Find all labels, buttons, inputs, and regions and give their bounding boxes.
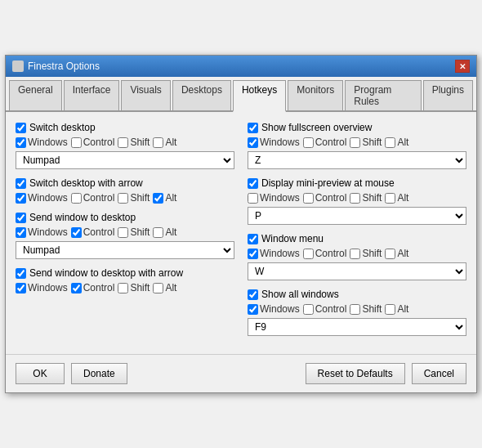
dropdown-mp[interactable]: P M: [248, 207, 466, 225]
checkbox-switch-desktop-windows[interactable]: [16, 137, 26, 148]
dropdown-saw[interactable]: F9 F8 F10: [248, 318, 466, 336]
modifier-alt-text7: Alt: [397, 248, 408, 259]
left-column: Switch desktop Windows Control: [16, 122, 234, 344]
checkbox-sda-alt[interactable]: [153, 193, 163, 204]
checkbox-saw-shift[interactable]: [350, 304, 360, 315]
modifier-alt-text: Alt: [165, 137, 176, 148]
dropdown-swd[interactable]: Numpad Arrow: [16, 241, 234, 259]
checkbox-wm-enable[interactable]: [248, 234, 258, 244]
modifier-alt-text6: Alt: [397, 192, 408, 204]
label-send-window-desktop: Send window to desktop: [29, 212, 136, 223]
modifier-shift-label7: Shift: [350, 248, 382, 259]
tab-desktops[interactable]: Desktops: [172, 80, 231, 110]
tab-program-rules[interactable]: Program Rules: [345, 80, 421, 110]
modifier-windows-text5: Windows: [260, 137, 300, 148]
dropdown-wm[interactable]: W M: [248, 262, 466, 280]
modifier-alt-label2: Alt: [153, 192, 176, 204]
modifier-control-text3: Control: [83, 226, 115, 238]
checkbox-switch-desktop-control[interactable]: [71, 137, 82, 148]
checkbox-saw-alt[interactable]: [385, 304, 395, 315]
modifier-shift-label2: Shift: [118, 192, 150, 204]
checkbox-switch-desktop-enable[interactable]: [16, 123, 26, 133]
checkbox-swda-control[interactable]: [71, 283, 82, 293]
label-swda: Send window to desktop with arrow: [29, 267, 183, 279]
tab-visuals[interactable]: Visuals: [121, 80, 170, 110]
checkbox-sda-control[interactable]: [71, 193, 82, 204]
checkbox-swda-shift[interactable]: [118, 283, 128, 293]
checkbox-mp-enable[interactable]: [248, 178, 258, 189]
modifier-shift-label8: Shift: [350, 303, 382, 315]
label-show-all-windows: Show all windows: [261, 289, 339, 300]
checkbox-swd-shift[interactable]: [118, 227, 128, 238]
checkbox-swda-enable[interactable]: [16, 268, 26, 279]
modifier-alt-text4: Alt: [165, 282, 176, 293]
checkbox-mp-alt[interactable]: [385, 193, 395, 204]
checkbox-switch-desktop-alt[interactable]: [153, 137, 163, 148]
modifier-shift-label5: Shift: [350, 137, 382, 148]
checkbox-wm-control[interactable]: [303, 249, 314, 259]
modifier-windows-label3: Windows: [16, 226, 68, 238]
checkbox-wm-alt[interactable]: [385, 249, 395, 259]
checkbox-wm-windows[interactable]: [248, 249, 258, 259]
checkbox-swd-enable[interactable]: [16, 213, 26, 223]
checkbox-mp-shift[interactable]: [350, 193, 360, 204]
tab-interface[interactable]: Interface: [64, 80, 120, 110]
modifier-control-text2: Control: [83, 192, 115, 204]
checkbox-swd-control[interactable]: [71, 227, 82, 238]
section-send-window-desktop-arrow: Send window to desktop with arrow Window…: [16, 267, 234, 293]
dropdown-wm-row: W M: [248, 262, 466, 280]
close-button[interactable]: ✕: [455, 60, 470, 73]
checkbox-switch-desktop-arrow-enable[interactable]: [16, 178, 26, 189]
modifier-alt-text5: Alt: [397, 137, 408, 148]
section-window-menu: Window menu Windows Control: [248, 233, 466, 280]
tab-hotkeys[interactable]: Hotkeys: [233, 80, 286, 112]
modifier-alt-label4: Alt: [153, 282, 176, 293]
dropdown-sfo[interactable]: Z A: [248, 151, 466, 169]
modifier-control-label3: Control: [71, 226, 115, 238]
section-title-send-window-desktop: Send window to desktop: [16, 212, 234, 223]
modifier-control-text7: Control: [315, 248, 347, 259]
modifier-windows-text7: Windows: [260, 248, 300, 259]
tab-plugins[interactable]: Plugins: [423, 80, 473, 110]
modifier-windows-label8: Windows: [248, 303, 300, 315]
checkbox-sda-windows[interactable]: [16, 193, 26, 204]
ok-button[interactable]: OK: [16, 363, 65, 384]
modifiers-switch-desktop: Windows Control Shift Alt: [16, 137, 234, 148]
modifier-shift-text2: Shift: [130, 192, 150, 204]
checkbox-sfo-alt[interactable]: [385, 137, 395, 148]
tab-general[interactable]: General: [9, 80, 62, 110]
checkbox-mp-windows[interactable]: [248, 193, 258, 204]
checkbox-swda-windows[interactable]: [16, 283, 26, 293]
checkbox-sfo-enable[interactable]: [248, 123, 258, 133]
modifier-shift-text5: Shift: [362, 137, 382, 148]
checkbox-sda-shift[interactable]: [118, 193, 128, 204]
modifier-alt-label5: Alt: [385, 137, 408, 148]
cancel-button[interactable]: Cancel: [412, 363, 466, 384]
modifier-windows-text4: Windows: [28, 282, 68, 293]
tab-monitors[interactable]: Monitors: [288, 80, 343, 110]
checkbox-sfo-control[interactable]: [303, 137, 314, 148]
modifiers-sfo: Windows Control Shift Alt: [248, 137, 466, 148]
checkbox-saw-windows[interactable]: [248, 304, 258, 315]
modifier-windows-label5: Windows: [248, 137, 300, 148]
main-window: Finestra Options ✕ General Interface Vis…: [5, 55, 477, 393]
checkbox-saw-control[interactable]: [303, 304, 314, 315]
checkbox-sfo-shift[interactable]: [350, 137, 360, 148]
checkbox-switch-desktop-shift[interactable]: [118, 137, 128, 148]
footer: OK Donate Reset to Defaults Cancel: [6, 354, 476, 392]
reset-button[interactable]: Reset to Defaults: [306, 363, 405, 384]
footer-left: OK Donate: [16, 363, 127, 384]
checkbox-saw-enable[interactable]: [248, 289, 258, 300]
checkbox-swda-alt[interactable]: [153, 283, 163, 293]
checkbox-swd-alt[interactable]: [153, 227, 163, 238]
modifier-shift-text8: Shift: [362, 303, 382, 315]
dropdown-switch-desktop-row: Numpad Arrow: [16, 151, 234, 169]
checkbox-mp-control[interactable]: [303, 193, 314, 204]
dropdown-switch-desktop[interactable]: Numpad Arrow: [16, 151, 234, 169]
modifier-shift-label: Shift: [118, 137, 150, 148]
checkbox-sfo-windows[interactable]: [248, 137, 258, 148]
section-send-window-desktop: Send window to desktop Windows Control: [16, 212, 234, 259]
donate-button[interactable]: Donate: [71, 363, 127, 384]
checkbox-swd-windows[interactable]: [16, 227, 26, 238]
checkbox-wm-shift[interactable]: [350, 249, 360, 259]
